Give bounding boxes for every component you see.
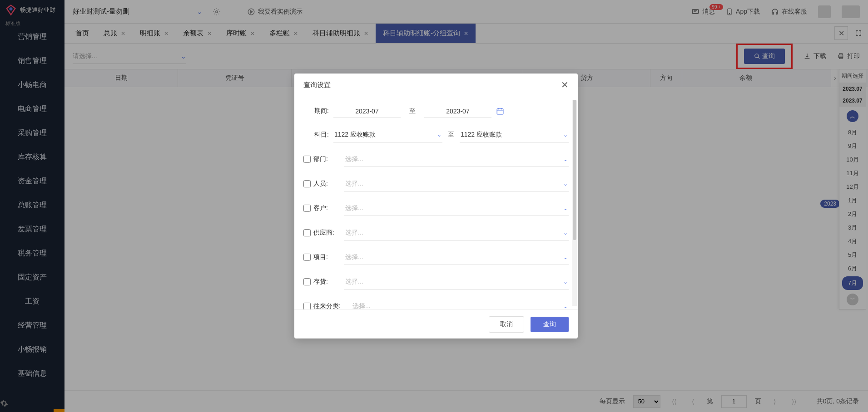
dealings-select[interactable]: 选择...⌄ <box>352 299 569 309</box>
modal-scrollbar[interactable] <box>572 100 577 306</box>
dealings-label[interactable]: 往来分类: <box>303 302 347 309</box>
to-label: 至 <box>405 107 420 115</box>
svg-rect-10 <box>497 109 503 114</box>
department-checkbox[interactable] <box>303 156 311 163</box>
to-label: 至 <box>447 131 455 139</box>
subject-row: 科目: 1122 应收账款 ⌄ 至 1122 应收账款 ⌄ <box>303 123 569 147</box>
period-row: 期间: 至 <box>303 100 569 123</box>
period-from-input[interactable] <box>333 104 401 118</box>
period-label: 期间: <box>303 107 329 115</box>
project-label[interactable]: 项目: <box>303 253 340 261</box>
query-settings-modal: 查询设置 ✕ 期间: 至 科目: 1122 应收账款 ⌄ 至 1122 应收账款… <box>294 74 578 338</box>
inventory-label[interactable]: 存货: <box>303 278 340 286</box>
subject-label: 科目: <box>303 131 329 139</box>
chevron-down-icon: ⌄ <box>563 279 568 285</box>
filter-row-dealings: 往来分类: 选择...⌄ <box>303 294 569 309</box>
supplier-checkbox[interactable] <box>303 229 311 236</box>
inventory-select[interactable]: 选择...⌄ <box>344 274 569 289</box>
period-to-input[interactable] <box>424 104 491 118</box>
modal-header: 查询设置 ✕ <box>294 74 578 96</box>
customer-checkbox[interactable] <box>303 205 311 212</box>
modal-close-button[interactable]: ✕ <box>561 79 569 90</box>
calendar-icon[interactable] <box>496 107 504 115</box>
subject-to-select[interactable]: 1122 应收账款 ⌄ <box>460 127 569 142</box>
filter-row-project: 项目: 选择...⌄ <box>303 245 569 270</box>
modal-footer: 取消 查询 <box>294 309 578 338</box>
staff-select[interactable]: 选择...⌄ <box>344 176 569 191</box>
staff-checkbox[interactable] <box>303 180 311 187</box>
cancel-button[interactable]: 取消 <box>489 316 524 333</box>
subject-from-select[interactable]: 1122 应收账款 ⌄ <box>333 127 442 142</box>
chevron-down-icon: ⌄ <box>563 156 568 162</box>
department-label[interactable]: 部门: <box>303 155 340 163</box>
project-checkbox[interactable] <box>303 254 311 261</box>
modal-title: 查询设置 <box>303 81 331 89</box>
filter-row-staff: 人员: 选择...⌄ <box>303 172 569 196</box>
customer-label[interactable]: 客户: <box>303 204 340 212</box>
confirm-button[interactable]: 查询 <box>531 317 569 332</box>
staff-label[interactable]: 人员: <box>303 180 340 188</box>
chevron-down-icon: ⌄ <box>563 230 568 236</box>
filter-row-department: 部门: 选择...⌄ <box>303 147 569 172</box>
supplier-label[interactable]: 供应商: <box>303 229 340 237</box>
supplier-select[interactable]: 选择...⌄ <box>344 225 569 240</box>
filter-row-inventory: 存货: 选择...⌄ <box>303 270 569 294</box>
chevron-down-icon: ⌄ <box>563 132 568 138</box>
calendar-svg <box>496 107 504 115</box>
customer-select[interactable]: 选择...⌄ <box>344 201 569 216</box>
filter-row-customer: 客户: 选择...⌄ <box>303 196 569 221</box>
filter-row-supplier: 供应商: 选择...⌄ <box>303 221 569 245</box>
chevron-down-icon: ⌄ <box>563 181 568 187</box>
department-select[interactable]: 选择...⌄ <box>344 152 569 167</box>
inventory-checkbox[interactable] <box>303 278 311 285</box>
chevron-down-icon: ⌄ <box>563 254 568 260</box>
chevron-down-icon: ⌄ <box>563 205 568 211</box>
modal-body: 期间: 至 科目: 1122 应收账款 ⌄ 至 1122 应收账款 ⌄ 部门: … <box>294 96 578 309</box>
scroll-thumb[interactable] <box>573 100 576 240</box>
chevron-down-icon: ⌄ <box>437 132 441 138</box>
project-select[interactable]: 选择...⌄ <box>344 250 569 265</box>
chevron-down-icon: ⌄ <box>563 303 568 309</box>
dealings-checkbox[interactable] <box>303 303 311 309</box>
